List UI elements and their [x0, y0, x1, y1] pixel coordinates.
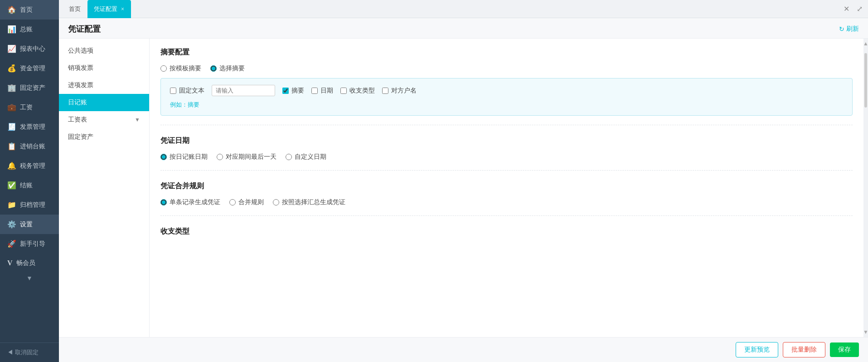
sidebar-item-assets[interactable]: 🏢 固定资产 [0, 78, 59, 98]
content-layout: 公共选项 销项发票 进项发票 日记账 工资表 ▼ 固定资产 [59, 39, 868, 337]
refresh-button[interactable]: ↻ 刷新 [839, 25, 859, 33]
left-nav-purchase-invoice[interactable]: 进项发票 [59, 77, 149, 94]
merge-section-title: 凭证合并规则 [160, 181, 853, 191]
sidebar-item-tax[interactable]: 🔔 税务管理 [0, 156, 59, 176]
tab-home[interactable]: 首页 [63, 0, 87, 18]
archive-icon: 📁 [7, 201, 16, 209]
close-acct-icon: ✅ [7, 181, 16, 190]
page-title: 凭证配置 [68, 24, 101, 34]
date-radio-journal[interactable]: 按日记账日期 [160, 153, 208, 161]
checkbox-summary-input[interactable] [282, 88, 289, 94]
update-preview-button[interactable]: 更新预览 [736, 342, 778, 357]
summary-checkbox-row: 固定文本 摘要 日期 [170, 85, 843, 96]
window-close-button[interactable]: ✕ [842, 4, 851, 14]
tab-close-button[interactable]: × [121, 6, 124, 12]
checkbox-income-type[interactable]: 收支类型 [340, 87, 375, 95]
scroll-down-button[interactable]: ▼ [863, 327, 868, 337]
tab-voucher-config[interactable]: 凭证配置 × [87, 0, 131, 18]
sidebar-item-vip[interactable]: V 畅会员 [0, 254, 59, 273]
tab-bar-actions: ✕ ⤢ [842, 4, 864, 14]
summary-section: 摘要配置 按模板摘要 选择摘要 [160, 48, 853, 125]
checkbox-date[interactable]: 日期 [311, 87, 333, 95]
merge-radio-group: 单条记录生成凭证 合并规则 按照选择汇总生成凭证 [160, 198, 853, 206]
page-header: 凭证配置 ↻ 刷新 [59, 18, 868, 39]
checkbox-income-type-input[interactable] [340, 88, 347, 94]
left-nav-fixed-assets[interactable]: 固定资产 [59, 128, 149, 146]
left-nav-journal[interactable]: 日记账 [59, 94, 149, 111]
sidebar-item-invoice-mgmt[interactable]: 🧾 发票管理 [0, 117, 59, 137]
sidebar-item-guide[interactable]: 🚀 新手引导 [0, 234, 59, 254]
sidebar-scroll-down[interactable]: ▼ [0, 273, 59, 284]
checkbox-fixed-text-input[interactable] [170, 88, 176, 94]
summary-section-title: 摘要配置 [160, 48, 853, 57]
date-radio-custom-input[interactable] [286, 154, 292, 160]
summary-radio-select-input[interactable] [210, 65, 217, 72]
checkbox-date-input[interactable] [311, 88, 318, 94]
capital-icon: 💰 [7, 64, 16, 73]
left-nav: 公共选项 销项发票 进项发票 日记账 工资表 ▼ 固定资产 [59, 39, 150, 337]
sales-ledger-icon: 📋 [7, 142, 16, 151]
page-content: 凭证配置 ↻ 刷新 公共选项 销项发票 进项发票 日记账 [59, 18, 868, 362]
merge-radio-single-input[interactable] [160, 199, 167, 205]
sidebar-item-ledger[interactable]: 📊 总账 [0, 20, 59, 39]
tax-icon: 🔔 [7, 161, 16, 170]
merge-radio-select[interactable]: 按照选择汇总生成凭证 [273, 198, 345, 206]
left-nav-sales-invoice[interactable]: 销项发票 [59, 59, 149, 77]
merge-section: 凭证合并规则 单条记录生成凭证 合并规则 按照选择汇总生成凭证 [160, 181, 853, 216]
batch-delete-button[interactable]: 批量删除 [783, 342, 825, 357]
fixed-text-input[interactable] [212, 85, 275, 96]
left-nav-public[interactable]: 公共选项 [59, 42, 149, 59]
payroll-icon: 💼 [7, 103, 16, 112]
date-radio-custom[interactable]: 自定义日期 [286, 153, 326, 161]
save-button[interactable]: 保存 [830, 342, 859, 357]
date-section-title: 凭证日期 [160, 136, 853, 146]
merge-radio-select-input[interactable] [273, 199, 279, 205]
checkbox-fixed-text[interactable]: 固定文本 [170, 87, 204, 95]
main-area: 首页 凭证配置 × ✕ ⤢ 凭证配置 ↻ 刷新 公共选项 [59, 0, 868, 362]
summary-example: 例如：摘要 [170, 101, 843, 109]
invoice-mgmt-icon: 🧾 [7, 122, 16, 131]
income-type-section: 收支类型 [160, 227, 853, 253]
scrollbar-track[interactable]: ▲ ▼ [863, 39, 868, 337]
window-maximize-button[interactable]: ⤢ [855, 4, 864, 14]
merge-radio-rule[interactable]: 合并规则 [229, 198, 264, 206]
home-icon: 🏠 [7, 5, 16, 14]
date-radio-last-day[interactable]: 对应期间最后一天 [217, 153, 276, 161]
sidebar-item-archive[interactable]: 📁 归档管理 [0, 195, 59, 215]
tab-bar: 首页 凭证配置 × ✕ ⤢ [59, 0, 868, 18]
date-section: 凭证日期 按日记账日期 对应期间最后一天 自定义日期 [160, 136, 853, 171]
summary-radio-template[interactable]: 按模板摘要 [160, 64, 201, 73]
summary-radio-group: 按模板摘要 选择摘要 [160, 64, 853, 73]
sidebar-item-settings[interactable]: ⚙️ 设置 [0, 215, 59, 234]
checkbox-summary[interactable]: 摘要 [282, 87, 304, 95]
sidebar-item-capital[interactable]: 💰 资金管理 [0, 59, 59, 78]
income-type-section-title: 收支类型 [160, 227, 853, 236]
assets-icon: 🏢 [7, 83, 16, 92]
left-nav-payroll-table[interactable]: 工资表 ▼ [59, 111, 149, 128]
scroll-up-button[interactable]: ▲ [863, 39, 868, 49]
sidebar-item-report[interactable]: 📈 报表中心 [0, 39, 59, 59]
sidebar-item-close[interactable]: ✅ 结账 [0, 176, 59, 195]
footer-bar: 更新预览 批量删除 保存 [59, 337, 868, 362]
date-radio-last-day-input[interactable] [217, 154, 223, 160]
checkbox-counterparty[interactable]: 对方户名 [382, 87, 417, 95]
summary-radio-select[interactable]: 选择摘要 [210, 64, 245, 73]
date-radio-group: 按日记账日期 对应期间最后一天 自定义日期 [160, 153, 853, 161]
scroll-thumb[interactable] [864, 53, 867, 108]
summary-config-box: 固定文本 摘要 日期 [160, 78, 853, 116]
summary-radio-template-input[interactable] [160, 65, 167, 72]
settings-icon: ⚙️ [7, 220, 16, 229]
sidebar-item-payroll[interactable]: 💼 工资 [0, 98, 59, 117]
right-content: 摘要配置 按模板摘要 选择摘要 [150, 39, 863, 337]
guide-icon: 🚀 [7, 240, 16, 248]
merge-radio-single[interactable]: 单条记录生成凭证 [160, 198, 220, 206]
vip-icon: V [7, 259, 13, 267]
sidebar-unpin-button[interactable]: ◀ 取消固定 [0, 342, 59, 362]
refresh-icon: ↻ [839, 25, 844, 33]
checkbox-counterparty-input[interactable] [382, 88, 388, 94]
sidebar-item-home[interactable]: 🏠 首页 [0, 0, 59, 20]
sidebar-item-sales-ledger[interactable]: 📋 进销台账 [0, 137, 59, 156]
date-radio-journal-input[interactable] [160, 154, 167, 160]
chevron-down-icon: ▼ [135, 117, 140, 123]
merge-radio-rule-input[interactable] [229, 199, 236, 205]
